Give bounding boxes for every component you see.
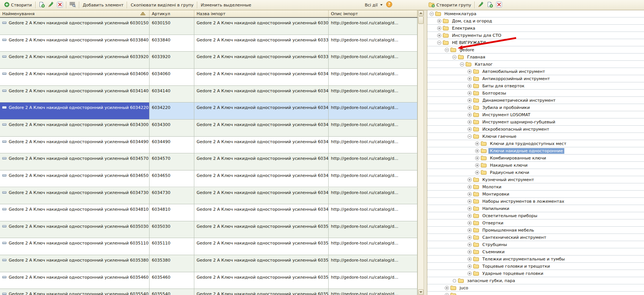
collapse-icon[interactable] xyxy=(445,48,449,52)
table-row[interactable]: Gedore 2 A Ключ накидной односторонний у… xyxy=(0,120,417,137)
table-row[interactable]: Gedore 2 A Ключ накидной односторонний у… xyxy=(0,238,417,255)
tree-item-тележки-инструментальные-и-тумбы[interactable]: Тележки инструментальные и тумбы xyxy=(427,256,644,263)
help-button[interactable]: ? xyxy=(384,0,394,9)
tree-item-електрика[interactable]: Електрика xyxy=(427,25,644,32)
expand-icon[interactable] xyxy=(437,19,441,23)
add-element-button[interactable]: Добавить элемент xyxy=(81,2,125,8)
tree-item-зубила-и-пробойники[interactable]: Зубила и пробойники xyxy=(427,104,644,111)
tree-item-ударные-торцевые-головки[interactable]: Ударные торцевые головки xyxy=(427,270,644,277)
tree-item-болторезы[interactable]: Болторезы xyxy=(427,90,644,97)
table-row[interactable]: Gedore 2 A Ключ накидной односторонний у… xyxy=(0,35,417,52)
table-row[interactable]: Gedore 2 A Ключ накидной односторонний у… xyxy=(0,188,417,205)
expand-icon[interactable] xyxy=(468,185,472,189)
tree-item-ключи-гаечные[interactable]: Ключи гаечные xyxy=(427,133,644,140)
table-row[interactable]: Gedore 2 A Ключ накидной односторонний у… xyxy=(0,69,417,86)
column-header-import-desc[interactable]: Опис імпорт xyxy=(329,10,417,17)
expand-icon[interactable] xyxy=(468,69,472,74)
expand-icon[interactable] xyxy=(468,178,472,182)
expand-icon[interactable] xyxy=(475,149,479,153)
table-row[interactable]: Gedore 2 A Ключ накидной односторонний у… xyxy=(0,153,417,170)
edit-selected-button[interactable]: Изменить выделенные xyxy=(199,2,253,8)
scroll-up-button[interactable] xyxy=(418,10,424,16)
all-actions-button[interactable]: Всі дії xyxy=(363,2,384,8)
create-group-button[interactable]: Створити групу xyxy=(427,1,473,9)
table-row[interactable]: Gedore 2 A Ключ накидной односторонний у… xyxy=(0,52,417,69)
expand-icon[interactable] xyxy=(475,163,479,167)
tree-item-инструмент-losomat[interactable]: Инструмент LOSOMAT xyxy=(427,111,644,118)
tree-item-кузнечный-инструмент[interactable]: Кузнечный инструмент xyxy=(427,176,644,183)
tree-item-juco[interactable]: juco xyxy=(427,284,644,292)
tree-item-инструменты-для-сто[interactable]: Инструменты для СТО xyxy=(427,32,644,39)
expand-icon[interactable] xyxy=(468,113,472,117)
table-row[interactable]: Gedore 2 A Ключ накидной односторонний у… xyxy=(0,221,417,238)
expand-icon[interactable] xyxy=(468,271,472,276)
tree-item-gedore[interactable]: gedore xyxy=(427,46,644,54)
tree-item-монтировки[interactable]: Монтировки xyxy=(427,191,644,198)
tree-item-не-вигружати[interactable]: НЕ ВИГРУЖАТИ xyxy=(427,39,644,46)
table-row[interactable]: Gedore 2 A Ключ накидной односторонний у… xyxy=(0,289,417,295)
tree-item-молотки[interactable]: Молотки xyxy=(427,183,644,191)
expand-icon[interactable] xyxy=(468,228,472,232)
tree-item-накидные-ключи[interactable]: Накидные ключи xyxy=(427,162,644,169)
table-row[interactable]: Gedore 2 A Ключ накидной односторонний у… xyxy=(0,103,417,120)
expand-icon[interactable] xyxy=(468,243,472,247)
expand-icon[interactable] xyxy=(468,257,472,261)
tree-item-искробезопасный-инструмент[interactable]: Искробезопасный инструмент xyxy=(427,126,644,133)
table-row[interactable]: Gedore 2 A Ключ накидной односторонний у… xyxy=(0,272,417,289)
expand-icon[interactable] xyxy=(468,120,472,124)
expand-icon[interactable] xyxy=(468,127,472,131)
tree-item-сантехнический-инструмент[interactable]: Сантехнический инструмент xyxy=(427,234,644,241)
group-copy-button[interactable] xyxy=(485,1,494,9)
tree-item-промышленная-мебель[interactable]: Промышленная мебель xyxy=(427,227,644,234)
expand-icon[interactable] xyxy=(468,235,472,240)
panel-splitter[interactable] xyxy=(424,10,427,295)
column-header-article[interactable]: Артикул xyxy=(150,10,194,17)
collapse-icon[interactable] xyxy=(437,41,441,45)
collapse-icon[interactable] xyxy=(460,62,464,66)
tree-item-струбцины[interactable]: Струбцины xyxy=(427,241,644,248)
tree-item-главная[interactable]: Главная xyxy=(427,54,644,61)
collapse-icon[interactable] xyxy=(430,12,434,16)
table-row[interactable]: Gedore 2 A Ключ накидной односторонний у… xyxy=(0,137,417,154)
collapse-icon[interactable] xyxy=(452,55,457,59)
expand-icon[interactable] xyxy=(468,84,472,88)
expand-icon[interactable] xyxy=(475,170,479,175)
copy-selected-to-group-button[interactable]: Скопіювати виділені в групу xyxy=(129,2,195,8)
expand-icon[interactable] xyxy=(468,250,472,254)
create-button[interactable]: Створити xyxy=(2,1,34,9)
tree-item-каталог[interactable]: Каталог xyxy=(427,61,644,68)
expand-icon[interactable] xyxy=(437,26,441,30)
table-row[interactable]: Gedore 2 A Ключ накидной односторонний у… xyxy=(0,255,417,272)
expand-icon[interactable] xyxy=(475,142,479,146)
expand-icon[interactable] xyxy=(475,156,479,160)
table-scrollbar[interactable] xyxy=(417,10,424,295)
tree-item-радиусные-ключи[interactable]: Радиусные ключи xyxy=(427,169,644,176)
tree-item-съемники[interactable]: Съемники xyxy=(427,248,644,256)
expand-icon[interactable] xyxy=(468,91,472,95)
tree-item-динамометрический-инструмент[interactable]: Динамометрический инструмент xyxy=(427,97,644,104)
copy-element-button[interactable] xyxy=(37,1,46,9)
barcode-search-button[interactable] xyxy=(68,1,77,9)
edit-button[interactable] xyxy=(46,1,55,9)
expand-icon[interactable] xyxy=(468,221,472,225)
expand-icon[interactable] xyxy=(437,33,441,38)
tree-item-отвертки[interactable]: Отвертки xyxy=(427,219,644,227)
tree-item-ключи-для-труднодоступных-мест[interactable]: Ключи для труднодоступных мест xyxy=(427,140,644,147)
tree-item-торцевые-головки-и-трещотки[interactable]: Торцевые головки и трещотки xyxy=(427,263,644,270)
tree-item-автомобильный-инструмент[interactable]: Автомобильный инструмент xyxy=(427,68,644,75)
tree-item-осветительные-приборы[interactable]: Осветительные приборы xyxy=(427,212,644,219)
expand-icon[interactable] xyxy=(445,293,449,295)
expand-icon[interactable] xyxy=(468,106,472,110)
expand-icon[interactable] xyxy=(468,207,472,211)
tree-item-наборы-инструментов-в-ложементах[interactable]: Наборы инструментов в ложементах xyxy=(427,198,644,205)
tree-item-номенклатура[interactable]: Номенклатура xyxy=(427,10,644,17)
group-delete-button[interactable] xyxy=(494,1,504,9)
expand-icon[interactable] xyxy=(468,264,472,268)
collapse-icon[interactable] xyxy=(468,134,472,139)
tree-item-partial[interactable] xyxy=(427,292,644,295)
expand-icon[interactable] xyxy=(468,192,472,196)
table-row[interactable]: Gedore 2 A Ключ накидной односторонний у… xyxy=(0,86,417,103)
group-edit-button[interactable] xyxy=(476,1,485,9)
expand-icon[interactable] xyxy=(468,77,472,81)
scroll-down-button[interactable] xyxy=(418,289,424,295)
